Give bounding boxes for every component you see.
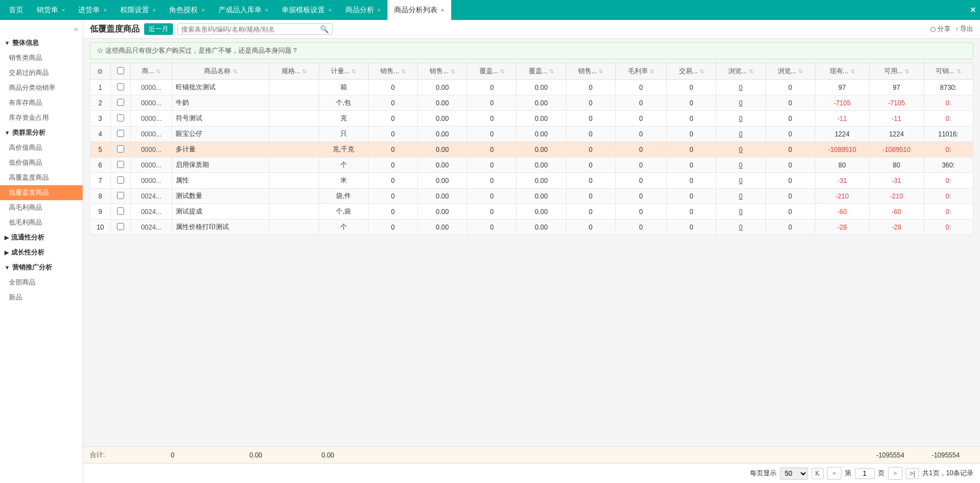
sidebar-item-stock-capital[interactable]: 库存资金占用	[0, 110, 83, 125]
nav-permissions[interactable]: 权限设置 ×	[114, 0, 162, 20]
sidebar-collapse-btn[interactable]: «	[0, 22, 83, 35]
sidebar-group-circulation[interactable]: ▶ 流通性分析	[0, 230, 83, 245]
row-browse1[interactable]: 0	[716, 204, 765, 220]
sidebar-group-cluster[interactable]: ▼ 类群里分析	[0, 125, 83, 140]
col-settings[interactable]: ⚙	[90, 63, 111, 80]
export-button[interactable]: ↑ 导出	[955, 24, 973, 34]
col-trade[interactable]: 交易... ⇅	[667, 63, 716, 80]
col-cov1[interactable]: 覆盖... ⇅	[467, 63, 517, 80]
row-browse1[interactable]: 0	[716, 126, 765, 142]
row-checkbox[interactable]	[110, 80, 130, 95]
sidebar-item-new-products[interactable]: 新品	[0, 290, 83, 305]
select-all-checkbox[interactable]	[117, 67, 124, 74]
sidebar-item-sales-products[interactable]: 销售类商品	[0, 50, 83, 65]
prev-page-btn[interactable]: ＜	[827, 467, 841, 480]
sidebar-item-low-coverage[interactable]: 低覆盖度商品	[0, 185, 83, 200]
col-code[interactable]: 商... ⇅	[130, 63, 172, 80]
nav-close-product-analysis-list[interactable]: ×	[441, 7, 444, 13]
row-checkbox[interactable]	[110, 157, 130, 173]
sort-unit[interactable]: ⇅	[351, 68, 356, 74]
sort-trade[interactable]: ⇅	[700, 68, 704, 74]
sidebar-group-marketing[interactable]: ▼ 营销推广分析	[0, 260, 83, 275]
close-all-tabs[interactable]: ×	[971, 5, 976, 15]
col-sales-amt[interactable]: 销售... ⇅	[417, 63, 467, 80]
search-input[interactable]	[181, 26, 320, 33]
row-checkbox[interactable]	[110, 173, 130, 189]
nav-product-analysis[interactable]: 商品分析 ×	[339, 0, 387, 20]
col-gross-rate[interactable]: 毛利率 ⇅	[615, 63, 666, 80]
sidebar-group-overall[interactable]: ▼ 整体信息	[0, 35, 83, 50]
row-browse1[interactable]: 0	[716, 220, 765, 235]
col-name[interactable]: 商品名称 ⇅	[172, 63, 269, 80]
row-checkbox[interactable]	[110, 111, 130, 126]
sort-sellable[interactable]: ⇅	[957, 68, 961, 74]
nav-sales-order[interactable]: 销货单 ×	[30, 0, 72, 20]
row-browse1[interactable]: 0	[716, 189, 765, 204]
row-browse1[interactable]: 0	[716, 157, 765, 173]
sidebar-group-growth[interactable]: ▶ 成长性分析	[0, 245, 83, 260]
sort-current[interactable]: ⇅	[850, 68, 855, 74]
sidebar-item-high-value[interactable]: 高价值商品	[0, 140, 83, 155]
sidebar-item-low-value[interactable]: 低价值商品	[0, 155, 83, 170]
page-input[interactable]	[855, 468, 875, 479]
sort-sales-x[interactable]: ⇅	[599, 68, 603, 74]
last-page-btn[interactable]: >|	[906, 468, 919, 479]
sort-cov1[interactable]: ⇅	[500, 68, 504, 74]
col-cov2[interactable]: 覆盖... ⇅	[517, 63, 566, 80]
sort-browse2[interactable]: ⇅	[798, 68, 803, 74]
nav-purchase[interactable]: 进货单 ×	[72, 0, 113, 20]
settings-icon[interactable]: ⚙	[97, 68, 103, 75]
row-checkbox[interactable]	[110, 95, 130, 111]
col-sales-x[interactable]: 销售... ⇅	[566, 63, 615, 80]
col-sales-qty[interactable]: 销售... ⇅	[368, 63, 417, 80]
table-wrapper[interactable]: ⚙ 商... ⇅ 商品名称 ⇅ 规格... ⇅ 计量... ⇅ 销售... ⇅ …	[90, 63, 973, 446]
time-filter-button[interactable]: 近一月	[144, 23, 173, 35]
next-page-btn[interactable]: ＞	[888, 467, 902, 480]
sort-cov2[interactable]: ⇅	[549, 68, 554, 74]
nav-close-purchase[interactable]: ×	[103, 7, 106, 13]
nav-product-analysis-list[interactable]: 商品分析列表 ×	[387, 0, 451, 20]
row-checkbox[interactable]	[110, 204, 130, 220]
nav-close-finished-goods[interactable]: ×	[265, 7, 268, 13]
sort-gross-rate[interactable]: ⇅	[650, 68, 654, 74]
col-spec[interactable]: 规格... ⇅	[269, 63, 319, 80]
sidebar-item-high-margin[interactable]: 高毛利商品	[0, 200, 83, 215]
sort-spec[interactable]: ⇅	[302, 68, 307, 74]
row-checkbox[interactable]	[110, 126, 130, 142]
nav-role-auth[interactable]: 角色授权 ×	[162, 0, 211, 20]
row-browse1[interactable]: 0	[716, 80, 765, 95]
col-available[interactable]: 可用... ⇅	[869, 63, 923, 80]
col-browse2[interactable]: 浏览... ⇅	[765, 63, 815, 80]
row-checkbox[interactable]	[110, 220, 130, 235]
sidebar-item-in-stock[interactable]: 有库存商品	[0, 95, 83, 110]
sidebar-item-category-rate[interactable]: 商品分类动销率	[0, 80, 83, 95]
col-checkbox[interactable]	[110, 63, 130, 80]
sort-code[interactable]: ⇅	[156, 68, 160, 74]
col-current[interactable]: 现有... ⇅	[815, 63, 869, 80]
nav-close-permissions[interactable]: ×	[152, 7, 156, 13]
sidebar-item-low-margin[interactable]: 低毛利商品	[0, 215, 83, 230]
row-browse1[interactable]: 0	[716, 173, 765, 189]
col-sellable[interactable]: 可销... ⇅	[923, 63, 973, 80]
nav-close-product-analysis[interactable]: ×	[377, 7, 381, 13]
sort-browse1[interactable]: ⇅	[749, 68, 753, 74]
row-browse1[interactable]: 0	[716, 111, 765, 126]
nav-home[interactable]: 首页	[2, 0, 30, 20]
sort-sales-amt[interactable]: ⇅	[451, 68, 455, 74]
row-browse1[interactable]: 0	[716, 95, 765, 111]
sort-available[interactable]: ⇅	[905, 68, 909, 74]
row-checkbox[interactable]	[110, 142, 130, 157]
col-unit[interactable]: 计量... ⇅	[319, 63, 368, 80]
sidebar-item-all-products[interactable]: 全部商品	[0, 275, 83, 290]
nav-close-role-auth[interactable]: ×	[201, 7, 205, 13]
first-page-btn[interactable]: K	[811, 468, 824, 479]
nav-close-sales-order[interactable]: ×	[62, 7, 65, 13]
sort-name[interactable]: ⇅	[233, 68, 237, 74]
nav-finished-goods[interactable]: 产成品入库单 ×	[212, 0, 275, 20]
nav-template-settings[interactable]: 单据模板设置 ×	[275, 0, 338, 20]
row-checkbox[interactable]	[110, 189, 130, 204]
share-button[interactable]: ⬡ 分享	[930, 24, 951, 34]
sidebar-item-high-coverage[interactable]: 高覆盖度商品	[0, 170, 83, 185]
sidebar-item-traded-products[interactable]: 交易过的商品	[0, 65, 83, 80]
nav-close-template-settings[interactable]: ×	[328, 7, 331, 13]
